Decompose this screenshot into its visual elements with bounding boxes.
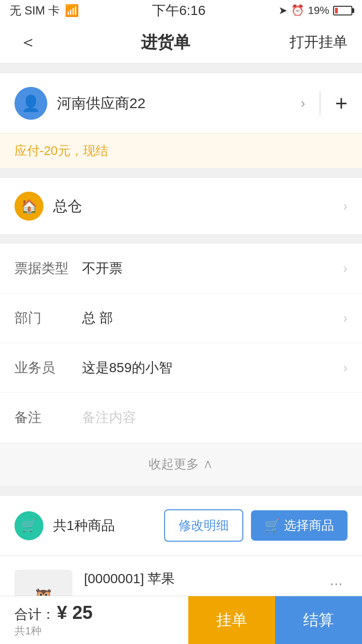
warehouse-chevron-icon: ›	[343, 198, 348, 214]
add-supplier-button[interactable]: +	[335, 93, 348, 114]
product-name: [0000001] 苹果	[84, 570, 325, 588]
department-value: 总 部	[82, 309, 343, 327]
warehouse-icon: 🏠	[14, 192, 43, 221]
supplier-name: 河南供应商22	[57, 94, 301, 113]
select-goods-button[interactable]: 🛒 选择商品	[251, 510, 348, 541]
wifi-icon: 📶	[65, 4, 79, 17]
status-right: ➤ ⏰ 19%	[278, 4, 352, 17]
salesperson-label: 业务员	[14, 359, 77, 377]
supplier-divider	[320, 91, 320, 115]
total-count: 共1种	[14, 624, 188, 638]
goods-icon-symbol: 🛒	[21, 518, 37, 533]
invoice-type-chevron-icon: ›	[343, 261, 348, 276]
department-label: 部门	[14, 309, 77, 327]
salesperson-value: 这是859的小智	[82, 359, 343, 377]
gap-3	[0, 234, 362, 244]
select-goods-icon: 🛒	[265, 518, 280, 533]
product-more-button[interactable]: ···	[325, 570, 348, 597]
goods-count: 共1种商品	[53, 517, 164, 535]
settle-button[interactable]: 结算	[275, 596, 362, 644]
battery-percentage: 19%	[308, 4, 329, 17]
invoice-type-label: 票据类型	[14, 259, 77, 278]
back-button[interactable]: ＜	[14, 26, 42, 59]
status-bar: 无 SIM 卡 📶 下午6:16 ➤ ⏰ 19%	[0, 0, 362, 21]
form-section: 票据类型 不开票 › 部门 总 部 › 业务员 这是859的小智 › 备注 备注…	[0, 244, 362, 442]
supplier-section: 👤 河南供应商22 › + 应付-20元，现结	[0, 73, 362, 168]
suspend-button[interactable]: 挂单	[188, 596, 275, 644]
alarm-icon: ⏰	[291, 4, 304, 17]
goods-header: 🛒 共1种商品 修改明细 🛒 选择商品	[0, 496, 362, 555]
warehouse-section: 🏠 总仓 ›	[0, 178, 362, 234]
gap-1	[0, 64, 362, 73]
goods-icon: 🛒	[14, 511, 43, 540]
select-goods-label: 选择商品	[284, 517, 334, 534]
location-icon: ➤	[278, 4, 287, 17]
remark-row[interactable]: 备注 备注内容	[0, 393, 362, 442]
product-title: 苹果	[148, 571, 175, 586]
product-id: [0000001]	[84, 571, 148, 586]
supplier-chevron-icon: ›	[301, 96, 305, 111]
supplier-row[interactable]: 👤 河南供应商22 › +	[0, 73, 362, 133]
collapse-toggle[interactable]: 收起更多 ∧	[0, 442, 362, 486]
department-chevron-icon: ›	[343, 310, 348, 326]
supplier-avatar-icon: 👤	[21, 94, 41, 112]
battery-icon	[333, 6, 352, 15]
warehouse-icon-symbol: 🏠	[21, 198, 38, 214]
salesperson-row[interactable]: 业务员 这是859的小智 ›	[0, 343, 362, 393]
invoice-type-row[interactable]: 票据类型 不开票 ›	[0, 244, 362, 294]
gap-4	[0, 486, 362, 496]
remark-input[interactable]: 备注内容	[82, 408, 348, 427]
edit-detail-button[interactable]: 修改明细	[164, 509, 243, 542]
total-section: 合计： ¥ 25 共1种	[0, 596, 188, 644]
open-pending-button[interactable]: 打开挂单	[290, 32, 348, 52]
status-time: 下午6:16	[152, 1, 206, 20]
remark-label: 备注	[14, 408, 77, 427]
invoice-type-value: 不开票	[82, 259, 343, 278]
status-left: 无 SIM 卡 📶	[10, 3, 79, 18]
warehouse-name: 总仓	[53, 196, 343, 216]
nav-bar: ＜ 进货单 打开挂单	[0, 21, 362, 64]
salesperson-chevron-icon: ›	[343, 360, 348, 376]
bottom-bar: 合计： ¥ 25 共1种 挂单 结算	[0, 596, 362, 644]
balance-notice: 应付-20元，现结	[0, 133, 362, 168]
total-label: 合计：	[14, 605, 55, 624]
carrier-text: 无 SIM 卡	[10, 3, 60, 18]
total-amount: ¥ 25	[57, 602, 93, 623]
page-title: 进货单	[141, 31, 190, 54]
warehouse-row[interactable]: 🏠 总仓 ›	[0, 178, 362, 234]
department-row[interactable]: 部门 总 部 ›	[0, 294, 362, 343]
gap-2	[0, 168, 362, 178]
supplier-avatar: 👤	[14, 87, 47, 120]
